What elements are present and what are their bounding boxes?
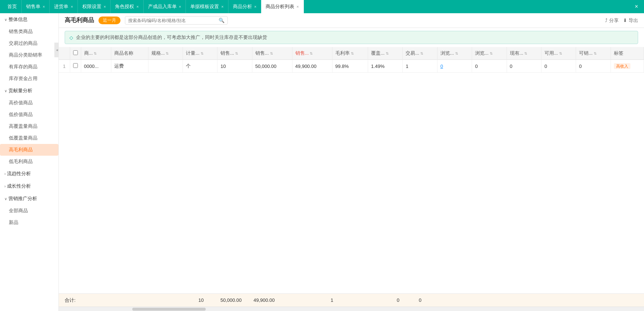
horizontal-scrollbar[interactable]	[59, 307, 644, 311]
sidebar-item-low-margin[interactable]: 低毛利商品	[0, 156, 58, 167]
col-coverage[interactable]: 覆盖... ⇅	[368, 47, 403, 60]
sidebar-group-growth[interactable]: › 成长性分析	[0, 180, 58, 192]
sort-icon: ⇅	[386, 51, 389, 55]
tag-badge: 高收入	[614, 63, 630, 69]
col-browse1[interactable]: 浏览... ⇅	[437, 47, 472, 60]
tab-close-icon[interactable]: ×	[179, 4, 181, 9]
main-layout: « ∨ 整体信息 销售类商品 交易过的商品 商品分类助销率 有库存的商品 库存资…	[0, 13, 644, 311]
footer-label: 合计:	[65, 297, 87, 304]
top-navigation: 首页 销售单 × 进货单 × 权限设置 × 角色授权 × 产成品入库单 × 单据…	[0, 0, 644, 13]
cell-coverage: 1.49%	[368, 60, 403, 73]
col-saleable[interactable]: 可销... ⇅	[576, 47, 611, 60]
col-gross-rate[interactable]: 毛利率 ⇅	[332, 47, 368, 60]
sidebar-group-trend[interactable]: › 流趋性分析	[0, 167, 58, 180]
footer-sales-qty: 10	[195, 297, 217, 303]
col-sales-qty[interactable]: 销售... ⇅	[217, 47, 252, 60]
col-spec[interactable]: 规格... ⇅	[148, 47, 183, 60]
tab-permission-settings[interactable]: 权限设置 ×	[78, 0, 111, 13]
sidebar-item-stock-capital[interactable]: 库存资金占用	[0, 73, 58, 84]
expand-arrow-icon: ›	[4, 172, 6, 176]
cell-checkbox[interactable]	[70, 60, 81, 73]
export-icon: ⬇	[623, 18, 627, 23]
tab-purchase-order[interactable]: 进货单 ×	[50, 0, 78, 13]
data-table: 商... ⇅ 商品名称 规格... ⇅	[59, 47, 644, 73]
sidebar-item-traded-goods[interactable]: 交易过的商品	[0, 37, 58, 49]
footer-sales-profit: 49,900.00	[251, 297, 284, 303]
table-container: 商... ⇅ 商品名称 规格... ⇅	[59, 47, 644, 293]
col-unit[interactable]: 计量... ⇅	[183, 47, 217, 60]
footer-values: 10 50,000.00 49,900.00 1 0 0	[93, 297, 638, 303]
sidebar-group-overview[interactable]: ∨ 整体信息	[0, 13, 58, 26]
sidebar-item-high-value[interactable]: 高价值商品	[0, 97, 58, 109]
tab-sales-order[interactable]: 销售单 ×	[22, 0, 50, 13]
col-available[interactable]: 可用... ⇅	[541, 47, 576, 60]
cell-browse2: 0	[472, 60, 507, 73]
tab-close-icon[interactable]: ×	[71, 4, 73, 9]
col-sales-amount[interactable]: 销售... ⇅	[252, 47, 292, 60]
tab-close-icon[interactable]: ×	[254, 4, 256, 9]
sidebar-group-contribution[interactable]: ∨ 贡献量分析	[0, 84, 58, 97]
col-current-stock[interactable]: 现有... ⇅	[507, 47, 541, 60]
cell-browse1[interactable]: 0	[437, 60, 472, 73]
tab-close-icon[interactable]: ×	[296, 4, 299, 9]
sort-icon: ⇅	[201, 51, 204, 55]
sidebar-item-new-products[interactable]: 新品	[0, 217, 58, 228]
footer-browse1	[350, 297, 372, 303]
scrollbar-thumb[interactable]	[132, 308, 206, 311]
sort-icon: ⇅	[166, 51, 169, 55]
global-close-button[interactable]: ×	[632, 3, 641, 10]
sidebar-item-stocked-goods[interactable]: 有库存的商品	[0, 61, 58, 73]
col-index	[59, 47, 70, 60]
tab-home[interactable]: 首页	[3, 0, 22, 13]
table-header-row: 商... ⇅ 商品名称 规格... ⇅	[59, 47, 644, 60]
col-sales-profit[interactable]: 销售... ⇅	[292, 47, 332, 60]
sidebar-item-high-margin[interactable]: 高毛利商品	[0, 144, 58, 156]
cell-sales-profit: 49,900.00	[292, 60, 332, 73]
tab-close-icon[interactable]: ×	[43, 4, 45, 9]
footer-browse2	[372, 297, 394, 303]
tab-product-inbound[interactable]: 产成品入库单 ×	[144, 0, 186, 13]
col-transactions[interactable]: 交易... ⇅	[403, 47, 437, 60]
sort-icon: ⇅	[490, 51, 493, 55]
col-code[interactable]: 商... ⇅	[81, 47, 111, 60]
select-all-checkbox[interactable]	[73, 50, 78, 55]
tab-close-icon[interactable]: ×	[221, 4, 223, 9]
sidebar-item-low-value[interactable]: 低价值商品	[0, 109, 58, 120]
tab-role-auth[interactable]: 角色授权 ×	[111, 0, 143, 13]
cell-available: 0	[541, 60, 576, 73]
row-checkbox[interactable]	[73, 63, 78, 68]
search-input[interactable]	[128, 18, 219, 23]
sidebar-item-low-coverage[interactable]: 低覆盖量商品	[0, 132, 58, 144]
tab-close-icon[interactable]: ×	[104, 4, 106, 9]
footer-cell-spacer	[93, 297, 195, 303]
share-button[interactable]: ⤴ 分享	[605, 17, 619, 24]
sidebar: « ∨ 整体信息 销售类商品 交易过的商品 商品分类助销率 有库存的商品 库存资…	[0, 13, 59, 311]
col-checkbox[interactable]	[70, 47, 81, 60]
sidebar-item-sales-goods[interactable]: 销售类商品	[0, 26, 58, 37]
footer-sales-amount: 50,000.00	[217, 297, 251, 303]
sidebar-group-marketing[interactable]: ∨ 营销推广分析	[0, 192, 58, 205]
sidebar-item-category-rate[interactable]: 商品分类助销率	[0, 49, 58, 61]
cell-sales-amount: 50,000.00	[252, 60, 292, 73]
browse-link[interactable]: 0	[440, 64, 443, 69]
tab-close-icon[interactable]: ×	[136, 4, 138, 9]
search-box[interactable]: 🔍	[125, 16, 228, 25]
sidebar-collapse-button[interactable]: «	[54, 43, 59, 57]
col-browse2[interactable]: 浏览... ⇅	[472, 47, 507, 60]
sort-icon: ⇅	[559, 51, 562, 55]
search-icon[interactable]: 🔍	[219, 18, 224, 23]
sort-icon: ⇅	[455, 51, 458, 55]
export-button[interactable]: ⬇ 导出	[623, 17, 638, 24]
cell-saleable: 0	[576, 60, 611, 73]
tab-product-analysis[interactable]: 商品分析 ×	[229, 0, 261, 13]
footer-current-stock: 0	[394, 297, 416, 303]
cell-spec	[148, 60, 183, 73]
sidebar-item-all-goods[interactable]: 全部商品	[0, 205, 58, 217]
sidebar-item-high-coverage[interactable]: 高覆盖量商品	[0, 120, 58, 132]
page-title: 高毛利商品	[65, 17, 94, 24]
tab-product-analysis-list[interactable]: 商品分析列表 ×	[261, 0, 303, 13]
info-icon: ◇	[69, 35, 73, 40]
tab-template-settings[interactable]: 单据模板设置 ×	[186, 0, 228, 13]
footer-total: 合计: 10 50,000.00 49,900.00 1 0 0	[59, 293, 644, 307]
filter-recent-month-button[interactable]: 近一月	[98, 17, 120, 24]
